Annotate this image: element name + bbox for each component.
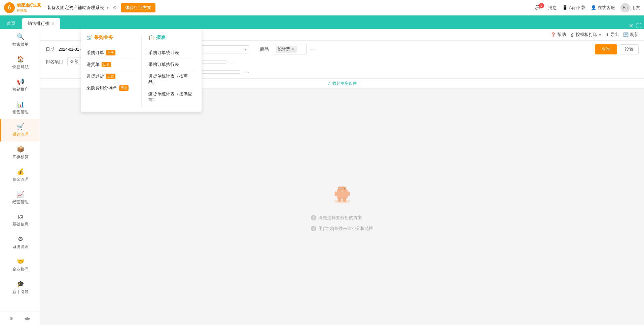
print-arrow-icon: ▾ bbox=[599, 32, 601, 37]
help-button[interactable]: ❓ 帮助 bbox=[550, 32, 566, 38]
goods-tag-remove[interactable]: ✕ bbox=[291, 47, 295, 52]
tab-home[interactable]: 首页 bbox=[1, 18, 21, 29]
settings-bottom-icon[interactable]: ⚙ bbox=[9, 316, 13, 321]
app-download-item[interactable]: 📱 App下载 bbox=[562, 5, 585, 11]
help-icon: ❓ bbox=[550, 32, 556, 37]
sidebar: 🔍 搜索菜单 🏠 快捷导航 📢 营销推广 📊 销售管理 🛒 采购管理 📦 库存核… bbox=[0, 29, 40, 325]
sidebar-item-purchase[interactable]: 🛒 采购管理 bbox=[0, 119, 40, 141]
dropdown-item-purchase-order[interactable]: 采购订单 历史 bbox=[86, 47, 135, 59]
svg-rect-7 bbox=[341, 190, 344, 191]
goods-more-btn[interactable]: ··· bbox=[311, 47, 316, 52]
empty-step-2: 2 用[过滤]条件来缩小分析范围 bbox=[311, 224, 373, 233]
svg-rect-9 bbox=[348, 191, 350, 196]
avatar: Ea bbox=[620, 3, 630, 12]
collapse-icon: ∧ bbox=[328, 81, 331, 86]
sales-icon: 📊 bbox=[17, 100, 24, 108]
close-window-icon[interactable]: ✕ bbox=[629, 23, 633, 29]
hist-badge-3: 历史 bbox=[119, 85, 129, 91]
goods-label: 商品 bbox=[260, 46, 269, 52]
collaboration-icon: 🤝 bbox=[17, 258, 24, 265]
sidebar-bottom: ⚙ ◀▶ bbox=[0, 312, 40, 325]
finance-icon: 💰 bbox=[17, 168, 24, 175]
sidebar-item-finance[interactable]: 💰 资金管理 bbox=[0, 164, 40, 187]
purchase-col-icon: 🛒 bbox=[86, 35, 92, 40]
online-service-item[interactable]: 👤 在线客服 bbox=[591, 5, 615, 11]
reports-col: 📋 报表 采购订单统计表 采购订单执行表 进货单统计表（按商品） 进货单统计表（… bbox=[148, 35, 196, 106]
system-title-area: 装备及固定资产辅助管理系统 ▾ ⚙ bbox=[47, 5, 117, 11]
tab-bar-right: ✕ ⛶ bbox=[629, 23, 644, 29]
dropdown-item-report-inbound-goods[interactable]: 进货单统计表（按商品） bbox=[148, 71, 196, 88]
top-header: 6 畅捷通好生意 标准版 装备及固定资产辅助管理系统 ▾ ⚙ 体验行业方案 💬 … bbox=[0, 0, 644, 15]
operations-icon: 📈 bbox=[17, 191, 24, 198]
purchase-business-col: 🛒 采购业务 采购订单 历史 进货单 历史 进货退货 历史 采购费用分摊单 bbox=[86, 35, 135, 106]
dropdown-item-purchase-expense[interactable]: 采购费用分摊单 历史 bbox=[86, 82, 135, 94]
tab-close-icon[interactable]: ✕ bbox=[51, 22, 55, 26]
sidebar-item-marketing[interactable]: 📢 营销推广 bbox=[0, 74, 40, 96]
sidebar-item-guide[interactable]: 🎓 新手引导 bbox=[0, 276, 40, 299]
gear-icon[interactable]: ⚙ bbox=[113, 5, 117, 10]
settings-button[interactable]: 设置 bbox=[620, 44, 639, 54]
dropdown-item-purchase-return[interactable]: 进货退货 历史 bbox=[86, 71, 135, 82]
base-info-icon: 🗂 bbox=[17, 213, 24, 220]
export-button[interactable]: ⬆ 导出 bbox=[605, 32, 619, 38]
message-item[interactable]: 💬 5 消息 bbox=[535, 5, 557, 11]
sidebar-item-inventory[interactable]: 📦 库存核算 bbox=[0, 141, 40, 164]
sidebar-item-base-info[interactable]: 🗂 基础信息 bbox=[0, 209, 40, 231]
svg-rect-8 bbox=[335, 191, 337, 196]
dropdown-arrow-icon[interactable]: ▾ bbox=[107, 5, 109, 10]
dropdown-item-report-order-exec[interactable]: 采购订单执行表 bbox=[148, 59, 196, 71]
refresh-button[interactable]: 🔄 刷新 bbox=[623, 32, 639, 38]
hist-badge-2: 历史 bbox=[106, 74, 115, 79]
sidebar-item-navigation[interactable]: 🏠 快捷导航 bbox=[0, 51, 40, 74]
salesman-more-btn[interactable]: ··· bbox=[230, 59, 236, 64]
home-icon: 🏠 bbox=[17, 55, 24, 63]
hist-badge-1: 历史 bbox=[102, 62, 111, 67]
guide-icon: 🎓 bbox=[17, 280, 24, 288]
maximize-icon[interactable]: ⛶ bbox=[636, 23, 641, 29]
sidebar-item-search[interactable]: 🔍 搜索菜单 bbox=[0, 29, 40, 51]
header-right: 💬 5 消息 📱 App下载 👤 在线客服 Ea 用友 bbox=[535, 3, 640, 12]
sidebar-item-collaboration[interactable]: 🤝 企业协同 bbox=[0, 254, 40, 276]
export-icon: ⬆ bbox=[605, 32, 609, 37]
reports-col-icon: 📋 bbox=[148, 35, 154, 40]
refresh-icon: 🔄 bbox=[623, 32, 629, 37]
dropdown-item-report-inbound-supplier[interactable]: 进货单统计表（按供应商） bbox=[148, 88, 196, 106]
logo-text: 畅捷通好生意 标准版 bbox=[17, 2, 41, 13]
print-button[interactable]: 🖨 按模板打印 ▾ bbox=[570, 32, 601, 38]
customer-more-btn[interactable]: ··· bbox=[244, 70, 250, 75]
empty-text: 1 请先选择要分析的方案 2 用[过滤]条件来缩小分析范围 bbox=[311, 213, 373, 233]
dropdown-divider bbox=[141, 35, 142, 106]
empty-state: 1 请先选择要分析的方案 2 用[过滤]条件来缩小分析范围 bbox=[40, 89, 644, 325]
query-button[interactable]: 查询 bbox=[595, 44, 617, 54]
goods-tag: 设计费 ✕ bbox=[276, 46, 297, 53]
print-icon: 🖨 bbox=[570, 32, 574, 37]
rank-label: 排名项目 bbox=[46, 59, 63, 65]
reports-title: 📋 报表 bbox=[148, 35, 196, 43]
collapse-sidebar-icon[interactable]: ◀▶ bbox=[24, 316, 31, 321]
sidebar-item-system[interactable]: ⚙ 系统管理 bbox=[0, 231, 40, 254]
status-dropdown-icon: ▾ bbox=[244, 47, 246, 52]
purchase-icon: 🛒 bbox=[17, 123, 24, 130]
logo-icon: 6 bbox=[4, 2, 15, 13]
empty-illustration bbox=[329, 181, 356, 208]
logo-area: 6 畅捷通好生意 标准版 bbox=[4, 2, 44, 13]
user-item[interactable]: Ea 用友 bbox=[620, 3, 640, 12]
sidebar-item-sales[interactable]: 📊 销售管理 bbox=[0, 96, 40, 119]
phone-icon: 📱 bbox=[562, 5, 568, 10]
service-icon: 👤 bbox=[591, 5, 596, 10]
industry-button[interactable]: 体验行业方案 bbox=[121, 3, 155, 12]
sidebar-item-operations[interactable]: 📈 经营管理 bbox=[0, 187, 40, 209]
dropdown-item-purchase-inbound[interactable]: 进货单 历史 bbox=[86, 59, 135, 71]
purchase-business-title: 🛒 采购业务 bbox=[86, 35, 135, 43]
dropdown-item-report-order-stats[interactable]: 采购订单统计表 bbox=[148, 47, 196, 59]
svg-rect-11 bbox=[343, 198, 346, 202]
content-area: ❓ 帮助 🖨 按模板打印 ▾ ⬆ 导出 🔄 刷新 日期 bbox=[40, 29, 644, 325]
date-label: 日期 bbox=[46, 46, 55, 52]
empty-step-1: 1 请先选择要分析的方案 bbox=[311, 213, 373, 222]
marketing-icon: 📢 bbox=[17, 78, 24, 85]
svg-point-5 bbox=[339, 188, 340, 189]
goods-input[interactable]: 设计费 ✕ bbox=[273, 44, 307, 54]
svg-point-6 bbox=[344, 188, 345, 189]
tab-sales-ranking[interactable]: 销售排行榜 ✕ bbox=[22, 18, 60, 29]
main-area: 🔍 搜索菜单 🏠 快捷导航 📢 营销推广 📊 销售管理 🛒 采购管理 📦 库存核… bbox=[0, 29, 644, 325]
